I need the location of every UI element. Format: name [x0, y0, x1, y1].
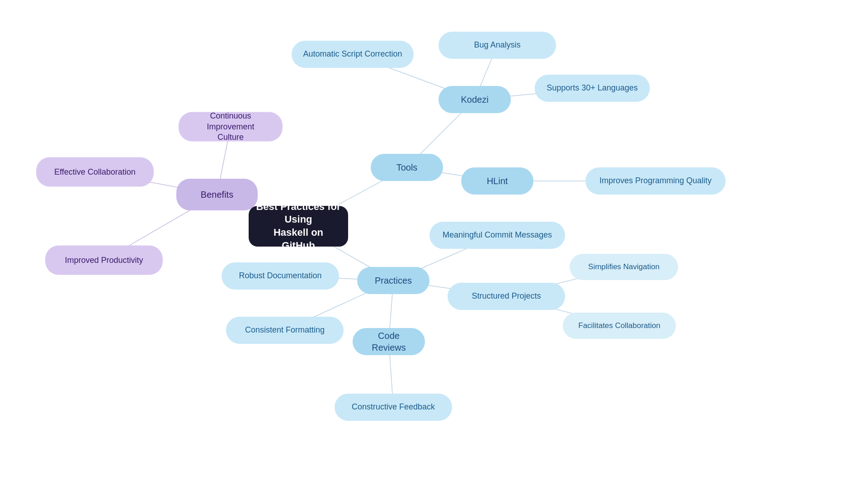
hlint-label: HLint — [480, 171, 515, 190]
kodezi-label: Kodezi — [453, 90, 495, 109]
effective-collab-label: Effective Collaboration — [47, 163, 143, 181]
facilitates-collab-node[interactable]: Facilitates Collaboration — [563, 313, 676, 339]
kodezi-node[interactable]: Kodezi — [439, 86, 511, 113]
tools-label: Tools — [389, 158, 425, 177]
improved-prod-node[interactable]: Improved Productivity — [45, 246, 163, 275]
auto-script-node[interactable]: Automatic Script Correction — [292, 41, 414, 68]
hlint-node[interactable]: HLint — [461, 167, 533, 195]
tools-node[interactable]: Tools — [371, 154, 443, 181]
improves-quality-label: Improves Programming Quality — [592, 172, 719, 190]
consistent-fmt-label: Consistent Formatting — [238, 321, 332, 339]
consistent-fmt-node[interactable]: Consistent Formatting — [226, 317, 344, 344]
benefits-node[interactable]: Benefits — [176, 179, 258, 210]
auto-script-label: Automatic Script Correction — [296, 45, 409, 63]
benefits-label: Benefits — [193, 185, 241, 204]
simplifies-nav-node[interactable]: Simplifies Navigation — [570, 254, 678, 280]
code-reviews-label: Code Reviews — [353, 326, 425, 357]
structured-proj-label: Structured Projects — [464, 287, 548, 305]
improved-prod-label: Improved Productivity — [57, 251, 150, 269]
practices-node[interactable]: Practices — [357, 267, 429, 294]
center-label: Best Practices for Using Haskell on GitH… — [249, 197, 348, 256]
bug-analysis-node[interactable]: Bug Analysis — [439, 32, 556, 59]
simplifies-nav-label: Simplifies Navigation — [581, 258, 667, 276]
bug-analysis-label: Bug Analysis — [467, 36, 528, 54]
continuous-node[interactable]: Continuous Improvement Culture — [179, 112, 283, 142]
meaningful-commits-node[interactable]: Meaningful Commit Messages — [429, 222, 565, 249]
supports-langs-label: Supports 30+ Languages — [539, 79, 645, 97]
facilitates-collab-label: Facilitates Collaboration — [571, 317, 667, 334]
structured-proj-node[interactable]: Structured Projects — [448, 283, 565, 310]
improves-quality-node[interactable]: Improves Programming Quality — [585, 167, 726, 195]
constructive-fb-node[interactable]: Constructive Feedback — [335, 394, 452, 421]
code-reviews-node[interactable]: Code Reviews — [353, 328, 425, 355]
supports-langs-node[interactable]: Supports 30+ Languages — [535, 75, 650, 102]
practices-label: Practices — [368, 271, 419, 290]
continuous-label: Continuous Improvement Culture — [179, 107, 283, 146]
robust-docs-node[interactable]: Robust Documentation — [222, 262, 339, 290]
center-node[interactable]: Best Practices for Using Haskell on GitH… — [249, 206, 348, 247]
effective-collab-node[interactable]: Effective Collaboration — [36, 157, 154, 187]
meaningful-commits-label: Meaningful Commit Messages — [435, 226, 559, 244]
constructive-fb-label: Constructive Feedback — [344, 398, 442, 416]
robust-docs-label: Robust Documentation — [231, 267, 329, 285]
